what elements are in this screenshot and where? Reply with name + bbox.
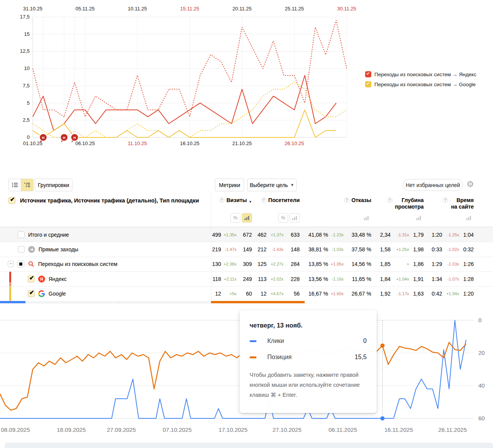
column-header-time[interactable]: ? Время на сайте	[426, 192, 476, 212]
legend-item-yandex[interactable]: Переходы из поисковых систем → Яндекс	[365, 69, 476, 79]
x-axis-label-top: 20.11.25	[233, 6, 252, 12]
row-checkbox-indeterminate[interactable]	[17, 261, 24, 267]
tooltip-metric-label: Клики	[267, 338, 284, 344]
groupings-button[interactable]: Группировки	[35, 179, 72, 191]
position-hover-dot[interactable]	[381, 343, 385, 348]
x-axis-label: 08.09.2025	[1, 426, 30, 433]
checkbox-checked-icon[interactable]	[365, 71, 371, 77]
chart-tooltip: четверг, 13 нояб. Клики 0 Позиция 15,5 Ч…	[240, 310, 377, 413]
help-icon[interactable]: ?	[387, 197, 392, 203]
bars-toggle[interactable]	[290, 213, 300, 222]
visitors-display-toggles: %	[254, 212, 302, 227]
select-all-checkbox[interactable]	[8, 197, 15, 204]
metric-value: 38,81 %	[302, 246, 328, 252]
column-header-visitors[interactable]: ? Посетители	[254, 192, 302, 212]
metric-value-b: 1,63	[409, 291, 424, 297]
metric-value-b: 149	[236, 246, 252, 252]
note-marker-label: Н	[73, 136, 76, 140]
collapse-row-button[interactable]: −	[8, 261, 14, 267]
checkbox-checked-icon[interactable]	[365, 81, 371, 87]
metric-delta: -1.03x	[328, 247, 344, 252]
metric-delta: +1.04x	[391, 277, 409, 281]
help-icon[interactable]: ?	[443, 197, 448, 203]
traffic-sources-table: Источник трафика, Источник трафика (дета…	[0, 192, 493, 301]
row-checkbox-checked[interactable]	[28, 276, 35, 283]
x-axis-label: 18.09.2025	[57, 426, 86, 433]
bars-toggle[interactable]	[361, 213, 371, 222]
row-label[interactable]: Переходы из поисковых систем	[38, 261, 117, 267]
metric-value-b: 33,48 %	[344, 232, 371, 238]
legend-label: Переходы из поисковых систем → Яндекс	[374, 72, 476, 77]
metric-delta: ≈	[391, 262, 409, 266]
y-axis-label: 2,5	[23, 117, 30, 123]
metric-delta: +4.67x	[267, 291, 283, 296]
metric-value: 118	[211, 276, 221, 282]
percent-toggle[interactable]: %	[230, 213, 240, 222]
bars-toggle[interactable]	[464, 213, 474, 222]
help-icon[interactable]: ?	[219, 197, 225, 203]
x-axis-label-bottom: 01.10.25	[23, 140, 43, 146]
column-header-visits[interactable]: ? Визиты ▼	[211, 192, 254, 212]
tooltip-note-hint: Чтобы добавить заметку, нажмите правой к…	[250, 370, 367, 400]
metric-delta: -1.17x	[391, 291, 409, 296]
metric-delta: +2.02x	[267, 277, 283, 281]
choose-goal-button[interactable]: Выберите цель ▼	[247, 179, 297, 191]
metric-value: 113	[254, 276, 267, 282]
help-icon[interactable]: ?	[261, 197, 267, 203]
x-axis-label-bottom: 26.10.25	[285, 140, 304, 146]
row-label[interactable]: Прямые заходы	[39, 246, 78, 252]
legend-item-google[interactable]: Переходы из поисковых систем → Google	[365, 79, 476, 89]
metric-value: 1,84	[374, 276, 391, 282]
column-header-bounce[interactable]: ? Отказы	[302, 192, 374, 212]
metric-delta: +1.25x	[391, 247, 409, 252]
metric-delta: -1.07x	[442, 277, 459, 281]
bar-chart-icon	[416, 216, 421, 220]
bars-toggle[interactable]	[242, 213, 252, 222]
y-axis-label: 10	[24, 65, 30, 71]
metrics-button[interactable]: Метрики	[215, 179, 244, 191]
clicks-card-indicator[interactable]	[0, 301, 25, 303]
right-axis-label: 20	[478, 349, 485, 356]
table-row-direct[interactable]: ➜ Прямые заходы 219-1.47x149 212-1.43x14…	[0, 242, 493, 256]
clicks-hover-dot[interactable]	[381, 416, 385, 421]
table-row-google[interactable]: Google 12+5x60 12+4.67x56 16,67 %+1.60x2…	[0, 286, 493, 301]
visits-display-toggles: %	[211, 212, 254, 227]
row-label-cell: Я Яндекс	[0, 272, 211, 286]
table-row-totals[interactable]: Итого и средние 499+1.35x672 462+1.37x63…	[0, 227, 493, 242]
metric-value-b: 26,67 %	[344, 291, 371, 297]
metric-value: 1:29	[426, 261, 442, 267]
column-header-depth[interactable]: ? Глубина просмотра	[374, 192, 426, 212]
column-label: Посетители	[268, 197, 300, 204]
metric-delta: +2.38x	[221, 262, 236, 266]
x-axis-label-top: 31.10.25	[23, 6, 43, 12]
x-axis-label: 07.10.2025	[163, 426, 191, 433]
bars-toggle[interactable]	[414, 213, 424, 222]
gear-icon[interactable]: ⚙	[466, 180, 474, 189]
x-axis-label-bottom: 21.10.25	[232, 140, 252, 146]
tooltip-clicks-row: Клики 0	[250, 338, 367, 344]
column-label: Глубина просмотра	[394, 197, 424, 210]
row-label[interactable]: Google	[49, 291, 66, 297]
tree-icon	[24, 182, 30, 187]
metric-value-b: 0:32	[459, 246, 474, 252]
percent-toggle[interactable]: %	[278, 213, 288, 222]
chart-legend: Переходы из поисковых систем → Яндекс Пе…	[365, 69, 476, 89]
metric-value: 41,08 %	[302, 232, 328, 238]
position-card-indicator[interactable]	[211, 301, 305, 303]
list-view-button[interactable]	[8, 179, 21, 191]
tree-view-button[interactable]	[21, 179, 34, 191]
metric-value-b: 1:26	[459, 261, 474, 267]
row-checkbox[interactable]	[18, 231, 25, 238]
favorite-goals-button[interactable]: Нет избранных целей	[403, 179, 463, 191]
metric-value-b: 1,91	[409, 276, 424, 282]
table-row-search[interactable]: − Переходы из поисковых систем 130+2.38x…	[0, 257, 493, 271]
metric-value: 13,85 %	[302, 261, 328, 267]
row-checkbox-checked[interactable]	[28, 290, 35, 297]
table-toolbar: Группировки Метрики Выберите цель ▼ Нет …	[0, 179, 493, 192]
row-label[interactable]: Яндекс	[49, 276, 67, 282]
y-axis-label: 17,5	[20, 14, 30, 20]
table-row-yandex[interactable]: Я Яндекс 118+2.11x249 113+2.02x228 13,56…	[0, 271, 493, 286]
y-axis-label: 5	[27, 100, 30, 106]
help-icon[interactable]: ?	[344, 197, 349, 203]
row-checkbox[interactable]	[18, 246, 25, 253]
